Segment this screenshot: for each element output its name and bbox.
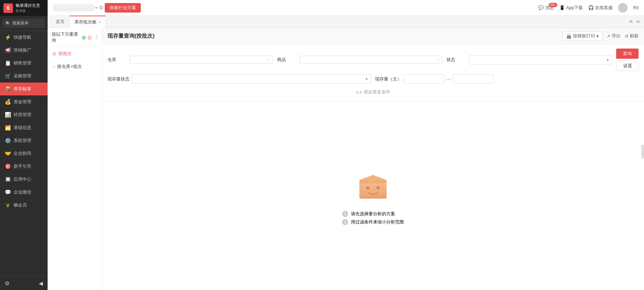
sidebar-item-enterprise[interactable]: 🤝 企业协同 (0, 147, 48, 160)
purchase-icon: 🛒 (5, 73, 11, 79)
sidebar-item-sales[interactable]: 📋 销售管理 (0, 57, 48, 70)
sidebar-item-marketing[interactable]: 📢 营销推广 (0, 44, 48, 57)
tip-text-2: 用过滤条件来缩小分析范围 (351, 219, 404, 225)
username-label[interactable]: Rit (633, 5, 639, 10)
product-more-icon[interactable]: ··· (436, 58, 439, 62)
sidebar-item-member[interactable]: V 畅会员 (0, 199, 48, 212)
filter-add-icon[interactable]: ⊕ (82, 34, 86, 41)
chevron-up-icon: ∧∧ (356, 90, 362, 95)
sidebar-item-guide[interactable]: 🎯 新手引导 (0, 160, 48, 173)
close-panel-icon[interactable]: ✕ (629, 18, 633, 25)
footer-collapse-icon[interactable]: ◀ (39, 280, 43, 287)
experience-btn[interactable]: 体验行业方案 (105, 3, 141, 13)
sidebar-item-finance[interactable]: 💰 资金管理 (0, 95, 48, 108)
empty-tip-2: 2 用过滤条件来缩小分析范围 (342, 219, 404, 225)
phone-icon: 📱 (559, 5, 565, 10)
topbar-nav: ▾ ⚙ 体验行业方案 (53, 3, 535, 13)
print-button[interactable]: 🖨️ 按模板打印 ▾ (562, 31, 603, 41)
sidebar-item-system[interactable]: ⚙️ 系统管理 (0, 134, 48, 147)
right-scroll-handle[interactable] (641, 145, 644, 159)
tab-close-icon[interactable]: × (99, 20, 101, 24)
sidebar-item-quick-nav[interactable]: ⚡ 快捷导航 (0, 31, 48, 44)
sidebar-search-area: 🔍 搜索菜单 (0, 16, 48, 31)
footer-settings-icon[interactable]: ⚙ (5, 280, 10, 287)
filter-panel: 按以下方案查询 ⊕ ⊙ 《 ⊙ 按批次 ○ 按仓库+批次 (48, 28, 102, 290)
app-version: 标准版 (16, 8, 40, 13)
tab-inventory-batch[interactable]: 库存批次账 × (70, 16, 106, 28)
topbar-search-input[interactable] (53, 4, 94, 12)
filter-item-label: 按批次 (58, 51, 72, 57)
sidebar-item-basics[interactable]: 🗂️ 基础信息 (0, 121, 48, 134)
message-icon: 💬 (538, 5, 544, 10)
online-service-label: 在线客服 (595, 5, 613, 11)
content-area: 按以下方案查询 ⊕ ⊙ 《 ⊙ 按批次 ○ 按仓库+批次 现存量查询(按批次) (48, 28, 644, 290)
status-select[interactable]: ▾ (469, 55, 612, 65)
tab-home-label: 首页 (56, 19, 65, 25)
status-dropdown-icon: ▾ (607, 57, 609, 62)
topbar-dropdown-icon[interactable]: ▾ (95, 5, 97, 10)
search-menu-button[interactable]: 🔍 搜索菜单 (3, 19, 45, 28)
settings-button[interactable]: 设置 (617, 61, 639, 71)
stock-amount-from[interactable] (404, 74, 444, 84)
empty-tips: 1 请先选择要分析的方案 2 用过滤条件来缩小分析范围 (342, 211, 404, 227)
product-input[interactable]: ··· (300, 56, 443, 64)
query-area: 现存量查询(按批次) 🖨️ 按模板打印 ▾ ↗ 导出 ↺ 刷新 (102, 28, 644, 290)
app-info: 畅康通好生意 标准版 (16, 3, 40, 13)
empty-illustration (353, 165, 393, 205)
refresh-button[interactable]: ↺ 刷新 (625, 33, 639, 39)
status-field: 状态 ▾ (446, 55, 612, 65)
filter-item-by-batch[interactable]: ⊙ 按批次 (48, 47, 102, 60)
export-button[interactable]: ↗ 导出 (607, 33, 621, 39)
more-tabs-icon[interactable]: ≫ (636, 19, 641, 24)
sidebar-item-purchase[interactable]: 🛒 采购管理 (0, 70, 48, 83)
filter-row-2: 现存量状态 ▾ 现存量（主） — (107, 74, 639, 84)
svg-point-3 (366, 186, 370, 189)
export-icon: ↗ (607, 34, 610, 39)
message-badge: 99+ (549, 3, 557, 7)
app-download-button[interactable]: 📱 App下载 (559, 5, 583, 11)
filter-panel-title: 按以下方案查询 (52, 31, 80, 43)
wechat-icon: 💬 (5, 189, 11, 195)
empty-state: 1 请先选择要分析的方案 2 用过滤条件来缩小分析范围 (102, 102, 644, 290)
warehouse-more-icon[interactable]: ··· (267, 58, 270, 62)
online-service-button[interactable]: 🎧 在线客服 (588, 5, 613, 11)
stock-amount-to[interactable] (453, 74, 494, 84)
filter-item-by-warehouse-batch[interactable]: ○ 按仓库+批次 (48, 60, 102, 73)
app-center-icon: 🔲 (5, 176, 11, 182)
sidebar-item-label: 系统管理 (14, 138, 31, 144)
sidebar-item-wechat[interactable]: 💬 企业微信 (0, 186, 48, 199)
sidebar-item-label: 资金管理 (14, 99, 31, 105)
product-label: 商品 (277, 57, 298, 63)
filter-item-icon: ○ (52, 64, 55, 69)
enterprise-icon: 🤝 (5, 150, 11, 157)
sidebar-item-label: 企业协同 (14, 150, 31, 157)
empty-tip-1: 1 请先选择要分析的方案 (342, 211, 404, 217)
topbar-gear-icon[interactable]: ⚙ (99, 4, 103, 11)
query-button[interactable]: 查询 (616, 49, 639, 59)
sidebar-item-inventory[interactable]: 📦 库存核算 (0, 83, 48, 95)
app-logo: 6 (3, 3, 13, 13)
sidebar-item-operations[interactable]: 📊 经营管理 (0, 108, 48, 121)
collapse-button[interactable]: ∧∧ 收起更多条件 (107, 87, 639, 97)
filter-collapse-icon[interactable]: 《 (93, 34, 98, 40)
filter-settings-icon[interactable]: ⊙ (87, 34, 92, 41)
sidebar-item-app-center[interactable]: 🔲 应用中心 (0, 173, 48, 186)
inventory-icon: 📦 (5, 86, 11, 92)
tabbar: 首页 库存批次账 × ✕ ≫ (48, 16, 644, 28)
sidebar-item-label: 新手引导 (14, 163, 31, 169)
stock-status-select[interactable]: ▾ (132, 74, 371, 84)
avatar[interactable] (618, 3, 628, 13)
collapse-label: 收起更多条件 (364, 89, 390, 95)
print-dropdown-icon[interactable]: ▾ (596, 34, 599, 39)
stock-amount-label: 现存量（主） (375, 76, 402, 82)
operations-icon: 📊 (5, 112, 11, 118)
status-label: 状态 (446, 57, 467, 63)
stock-amount-dash: — (446, 76, 451, 81)
empty-svg (354, 168, 392, 202)
sidebar-item-label: 采购管理 (14, 73, 31, 79)
refresh-icon: ↺ (625, 34, 628, 39)
message-button[interactable]: 💬 消息 99+ (538, 5, 554, 11)
warehouse-input[interactable]: ··· (130, 56, 273, 64)
tab-home[interactable]: 首页 (51, 16, 70, 28)
query-buttons: 查询 设置 (616, 49, 639, 71)
